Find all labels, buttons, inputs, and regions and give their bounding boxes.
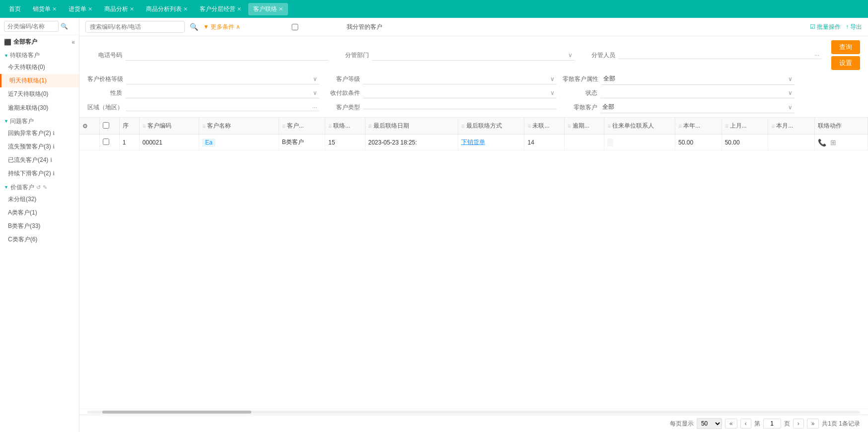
sidebar-collapse-icon[interactable]: « xyxy=(72,39,75,46)
phone-input[interactable] xyxy=(125,50,328,61)
nav-analysis-list-close[interactable]: ✕ xyxy=(183,6,188,12)
status-field: 状态 ∨ xyxy=(563,88,795,98)
select-all-checkbox[interactable] xyxy=(103,122,109,129)
search-icon[interactable]: 🔍 xyxy=(190,23,198,31)
manager-field: 分管人员 ··· xyxy=(580,51,821,60)
col-settings xyxy=(79,118,99,135)
nav-analysis-list[interactable]: 商品分析列表 ✕ xyxy=(141,3,193,15)
sidebar-item-c-class[interactable]: C类客户(6) xyxy=(0,233,79,246)
customer-type-select[interactable] xyxy=(363,106,557,109)
page-unit-label: 页 xyxy=(784,420,790,428)
sidebar-item-a-class[interactable]: A类客户(1) xyxy=(0,206,79,219)
nav-customer-tier-close[interactable]: ✕ xyxy=(237,6,241,12)
customer-level-field: 客户等级 ∨ xyxy=(325,74,557,84)
retail-customer-field: 零散客户 全部 ∨ xyxy=(563,101,795,113)
sidebar-item-churn-risk[interactable]: 流失预警客户(3) ℹ xyxy=(0,140,79,153)
settings-button[interactable]: 设置 xyxy=(831,56,860,70)
customer-level-select[interactable]: ∨ xyxy=(363,74,557,84)
filter-icon: ▼ xyxy=(203,23,209,30)
my-customers-checkbox[interactable] xyxy=(245,24,345,30)
sidebar-item-today[interactable]: 今天待联络(0) xyxy=(0,61,79,74)
nav-sales-close[interactable]: ✕ xyxy=(52,6,57,12)
status-select[interactable]: ∨ xyxy=(600,88,795,98)
nav-purchase-close[interactable]: ✕ xyxy=(88,6,92,12)
sidebar-item-tomorrow[interactable]: 明天待联络(1) xyxy=(0,74,79,87)
dept-select[interactable]: ∨ xyxy=(372,50,575,61)
row-this-year: 50.00 xyxy=(675,135,722,150)
sidebar-search-icon[interactable]: 🔍 xyxy=(61,23,68,30)
retail-customer-select[interactable]: 全部 ∨ xyxy=(600,101,795,113)
sidebar-item-b-class[interactable]: B类客户(33) xyxy=(0,219,79,233)
col-this-year: ≡ 本年... xyxy=(675,118,722,135)
sidebar-search-input[interactable] xyxy=(4,21,59,32)
nav-customer-contact-close[interactable]: ✕ xyxy=(279,6,283,12)
gender-field: 性质 ∨ xyxy=(87,88,319,98)
gender-chevron-icon: ∨ xyxy=(313,89,317,96)
nav-customer-tier[interactable]: 客户分层经营 ✕ xyxy=(195,3,246,15)
top-nav: 首页 销货单 ✕ 进货单 ✕ 商品分析 ✕ 商品分析列表 ✕ 客户分层经营 ✕ … xyxy=(0,0,868,18)
retail-attr-chevron-icon: ∨ xyxy=(788,75,793,82)
region-dots-icon[interactable]: ··· xyxy=(310,104,319,111)
price-level-select[interactable]: ∨ xyxy=(126,74,319,84)
total-label: 共1页 1条记录 xyxy=(822,420,860,428)
col-overdue: ≡ 逾期... xyxy=(564,118,604,135)
scroll-thumb[interactable] xyxy=(102,411,251,414)
row-select-checkbox[interactable] xyxy=(103,139,109,145)
scroll-track[interactable] xyxy=(87,411,860,414)
all-customers-header[interactable]: ⬛ 全部客户 « xyxy=(0,35,79,49)
col-action: 联络动作 xyxy=(814,118,868,135)
filter-actions: ☑ 批量操作 ↑ 导出 xyxy=(810,23,862,31)
customer-type-field: 客户类型 xyxy=(325,103,557,112)
batch-operation-btn[interactable]: ☑ 批量操作 xyxy=(810,23,841,31)
sidebar: 🔍 ⬛ 全部客户 « 待联络客户 今天待联络(0) 明天待联络(1) 近7天待联… xyxy=(0,18,79,432)
more-conditions-btn[interactable]: ▼ 更多条件 ∧ xyxy=(203,23,240,31)
sidebar-item-overdue-contact[interactable]: 逾期未联络(30) xyxy=(0,101,79,115)
row-last-month: 50.00 xyxy=(722,135,768,150)
action-phone-icon[interactable]: 📞 xyxy=(818,139,826,146)
gear-icon[interactable] xyxy=(82,123,88,130)
content-area: 🔍 ▼ 更多条件 ∧ 我分管的客户 ☑ 批量操作 ↑ 导出 xyxy=(79,18,868,432)
gender-select[interactable]: ∨ xyxy=(125,88,319,98)
region-label: 区域（地区） xyxy=(87,103,123,112)
first-page-btn[interactable]: « xyxy=(725,419,737,429)
retail-attr-select[interactable]: 全部 ∨ xyxy=(601,73,795,85)
customers-table: 序 ≡ 客户编码 ≡ 客户名称 xyxy=(79,118,868,150)
next-page-btn[interactable]: › xyxy=(793,419,804,429)
export-btn[interactable]: ↑ 导出 xyxy=(846,23,862,31)
nav-customer-contact[interactable]: 客户联络 ✕ xyxy=(248,3,288,15)
action-grid-icon[interactable]: ⊞ xyxy=(830,139,836,146)
payment-chevron-icon: ∨ xyxy=(550,89,555,96)
search-input[interactable] xyxy=(85,21,185,33)
sidebar-item-declining[interactable]: 持续下滑客户(2) ℹ xyxy=(0,167,79,180)
price-level-chevron-icon: ∨ xyxy=(313,75,317,82)
nav-analysis-close[interactable]: ✕ xyxy=(130,6,134,12)
manager-dots-icon[interactable]: ··· xyxy=(812,52,821,59)
last-page-btn[interactable]: » xyxy=(807,419,819,429)
adv-row-1: 电话号码 分管部门 ∨ 分管人员 ··· 查询 xyxy=(87,40,860,70)
prev-page-btn[interactable]: ‹ xyxy=(740,419,751,429)
group-problem-customers[interactable]: 问题客户 xyxy=(0,115,79,127)
row-code: 000021 xyxy=(139,135,199,150)
query-button[interactable]: 查询 xyxy=(831,40,860,54)
horizontal-scrollbar[interactable] xyxy=(79,409,868,415)
nav-home[interactable]: 首页 xyxy=(4,3,26,15)
row-type: B类客户 xyxy=(279,135,325,150)
retail-attr-field: 零散客户属性 全部 ∨ xyxy=(563,73,795,85)
col-name: ≡ 客户名称 xyxy=(199,118,279,135)
per-page-select[interactable]: 50 100 200 xyxy=(697,418,722,429)
group-pending-contact[interactable]: 待联络客户 xyxy=(0,49,79,61)
sidebar-item-7days[interactable]: 近7天待联络(0) xyxy=(0,87,79,101)
nav-analysis[interactable]: 商品分析 ✕ xyxy=(99,3,139,15)
last-contact-link[interactable]: 下销货单 xyxy=(461,139,485,145)
col-thismonth-sort-icon: ≡ xyxy=(771,123,775,130)
group-value-customers[interactable]: 价值客户 ↺ ✎ xyxy=(0,181,79,193)
nav-sales[interactable]: 销货单 ✕ xyxy=(28,3,62,15)
sidebar-item-churned[interactable]: 已流失客户(24) ℹ xyxy=(0,153,79,167)
payment-select[interactable]: ∨ xyxy=(363,88,557,98)
nav-purchase[interactable]: 进货单 ✕ xyxy=(64,3,97,15)
page-input[interactable] xyxy=(763,419,781,429)
page-info: 每页显示 50 100 200 « ‹ 第 页 › » 共1页 1条记录 xyxy=(670,418,860,429)
sidebar-item-repurchase[interactable]: 回购异常客户(2) ℹ xyxy=(0,127,79,140)
col-unit-contact: ≡ 往来单位联系人 xyxy=(604,118,675,135)
sidebar-item-ungrouped[interactable]: 未分组(32) xyxy=(0,193,79,206)
